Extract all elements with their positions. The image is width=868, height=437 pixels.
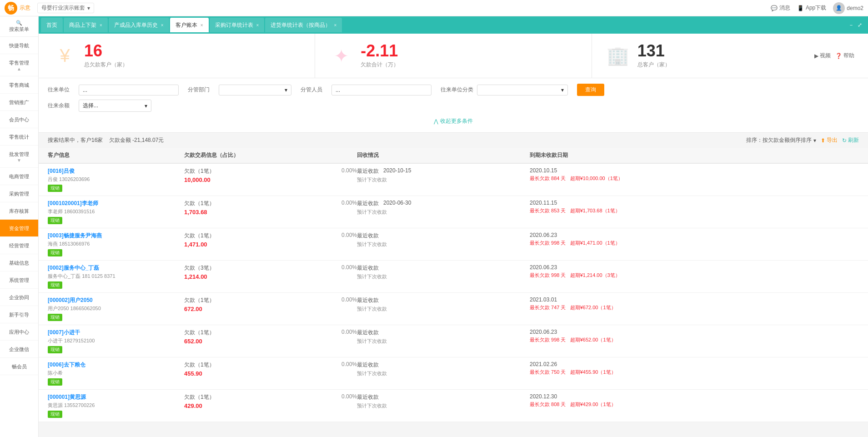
export-button[interactable]: ⬆ 导出 [821,136,838,144]
sort-selector[interactable]: 排序：按欠款金额倒序排序 ▾ [746,136,816,144]
tab-home[interactable]: 首页 [41,18,63,32]
customer-name-7[interactable]: [000001]黄思源 [48,393,184,401]
tab-product-history[interactable]: 产成品入库单历史 × [109,18,169,32]
overdue-info-1[interactable]: 最长欠款 853 天 超期¥1,703.68（1笔） [530,207,859,214]
manager-label: 分管人员 [301,86,328,94]
overdue-date-0: 2020.10.15 [530,167,859,174]
refresh-button[interactable]: ↻ 刷新 [842,136,859,144]
debt-info-3: 欠款（3笔） 1,214.00 0.00% [184,264,357,280]
customer-name-2[interactable]: [0003]畅捷服务尹海燕 [48,232,184,240]
payment-cell-4: 最近收款 预计下次收款 [357,296,530,312]
payment-next-5: 预计下次收款 [357,338,530,345]
customer-name-6[interactable]: [0006]去下粮仓 [48,361,184,369]
overdue-info-0[interactable]: 最长欠款 884 天 超期¥10,000.00（1笔） [530,175,859,182]
sidebar-item-retail-mall[interactable]: 零售商城 [0,76,38,94]
overdue-info-3[interactable]: 最长欠款 998 天 超期¥1,214.00（3笔） [530,272,859,279]
capital-label: 资金管理 [2,225,36,232]
sidebar-item-system[interactable]: 系统管理 [0,271,38,289]
app-download-button[interactable]: 📱 App下载 [797,4,826,12]
tab-import-stats[interactable]: 进货单统计表（按商品） × [265,18,342,32]
customer-cell-4: [000002]用户2050 用户2050 18665062050 现销 [48,296,184,321]
query-button[interactable]: 查询 [577,84,604,96]
sidebar-item-retail-stats[interactable]: 零售统计 [0,128,38,146]
sidebar-item-business[interactable]: 经营管理 [0,237,38,254]
dept-select[interactable]: ▾ [219,85,291,95]
customer-name-0[interactable]: [0016]吕俊 [48,167,184,175]
overdue-info-7[interactable]: 最长欠款 808 天 超期¥429.00（1笔） [530,401,859,408]
search-icon: 🔍 [16,20,22,25]
sidebar-item-inventory[interactable]: 库存核算 [0,202,38,220]
tab-import-stats-close[interactable]: × [334,23,336,28]
customer-name-5[interactable]: [0007]小进干 [48,329,184,337]
tab-product-status[interactable]: 商品上下架 × [64,18,108,32]
summary-debt-info: -2.11 欠款合计（万） [361,43,399,69]
latest-label-6: 最近收款 [357,361,379,369]
tab-customer-account[interactable]: 客户账本 × [170,18,209,32]
sidebar-item-member-vip[interactable]: 畅会员 [0,358,38,375]
debt-cell-1: 欠款（1笔） 1,703.68 0.00% [184,200,357,216]
manager-placeholder: ... [336,87,340,93]
customer-name-1[interactable]: [0001020001]李老师 [48,200,184,207]
tab-product-history-close[interactable]: × [161,23,164,28]
from-unit-input[interactable]: ... [79,85,179,95]
enterprise-coop-label: 企业协同 [2,294,36,301]
help-button[interactable]: ❓ 帮助 [835,52,854,60]
sidebar-item-new-guide[interactable]: 新手引导 [0,306,38,323]
customer-phone-6: 陈小希 [48,370,184,377]
expand-icon: ▲ [2,66,36,71]
debt-info-7: 欠款（1笔） 429.00 0.00% [184,393,357,409]
user-menu[interactable]: 👤 demo2 [833,2,863,14]
sidebar-item-member-center[interactable]: 会员中心 [0,111,38,128]
balance-select[interactable]: 选择... ▾ [79,100,151,112]
maximize-icon[interactable]: ⤢ [858,22,862,28]
sidebar-item-marketing[interactable]: 营销推广 [0,94,38,111]
tab-product-status-close[interactable]: × [100,23,102,28]
app-center-label: 应用中心 [2,329,36,336]
latest-date-1: 2020-06-30 [383,200,411,207]
video-button[interactable]: ▶ 视频 [814,52,831,60]
tab-customer-account-close[interactable]: × [201,23,203,28]
sidebar-item-batch-manage[interactable]: 批发管理 ▼ [0,146,38,168]
sidebar-item-ecommerce[interactable]: 电商管理 [0,168,38,185]
debt-cell-5: 欠款（1笔） 652.00 0.00% [184,329,357,345]
filter-manager: 分管人员 ... [301,85,431,95]
sidebar-item-enterprise-wx[interactable]: 企业微信 [0,341,38,358]
sidebar-item-app-center[interactable]: 应用中心 [0,323,38,341]
sidebar-item-quick-nav[interactable]: 快捷导航 [0,37,38,54]
video-icon: ▶ [814,53,818,59]
sidebar-item-retail-manage[interactable]: 零售管理 ▲ [0,54,38,76]
message-button[interactable]: 💬 消息 [771,4,790,12]
customer-cell-6: [0006]去下粮仓 陈小希 现销 [48,361,184,386]
new-guide-label: 新手引导 [2,311,36,318]
debt-info-2: 欠款（1笔） 1,471.00 0.00% [184,232,357,248]
overdue-info-4[interactable]: 最长欠款 747 天 超期¥672.00（1笔） [530,304,859,311]
logo[interactable]: 畅 示意 [5,2,30,15]
manager-input[interactable]: ... [331,85,431,95]
overdue-info-6[interactable]: 最长欠款 750 天 超期¥455.90（1笔） [530,369,859,376]
customer-name-3[interactable]: [0002]服务中心_丁磊 [48,264,184,272]
overdue-info-5[interactable]: 最长欠款 998 天 超期¥652.00（1笔） [530,337,859,343]
overdue-cell-6: 2021.02.26 最长欠款 750 天 超期¥455.90（1笔） [530,361,859,376]
tab-purchase-order[interactable]: 采购订单统计表 × [210,18,265,32]
minimize-icon[interactable]: － [848,21,854,29]
customer-name-4[interactable]: [000002]用户2050 [48,296,184,304]
debt-amount-1: 1,703.68 [184,209,332,216]
sidebar-search[interactable]: 🔍 搜索菜单 [0,16,38,37]
payment-latest-0: 最近收款 2020-10-15 [357,167,530,175]
company-selector[interactable]: 母婴行业演示账套 ▾ [37,3,94,13]
sidebar-item-basic-info[interactable]: 基础信息 [0,254,38,271]
inventory-label: 库存核算 [2,208,36,215]
collapse-more-button[interactable]: ⋀ 收起更多条件 [48,116,859,127]
balance-label: 往来余额 [48,102,75,110]
overdue-info-2[interactable]: 最长欠款 998 天 超期¥1,471.00（1笔） [530,240,859,246]
unit-class-select[interactable]: ▾ [477,85,568,95]
sidebar-item-purchase-manage[interactable]: 采购管理 [0,185,38,202]
debt-info-0: 欠款（1笔） 10,000.00 0.00% [184,167,357,183]
sidebar-item-enterprise-coop[interactable]: 企业协同 [0,289,38,306]
refresh-icon: ↻ [842,137,847,144]
header-debt: 欠款交易信息（占比） [184,151,357,159]
sidebar-item-capital[interactable]: 资金管理 [0,220,38,237]
debt-cell-0: 欠款（1笔） 10,000.00 0.00% [184,167,357,183]
tab-purchase-order-close[interactable]: × [256,23,259,28]
chevron-down-icon-class: ▾ [561,87,564,93]
